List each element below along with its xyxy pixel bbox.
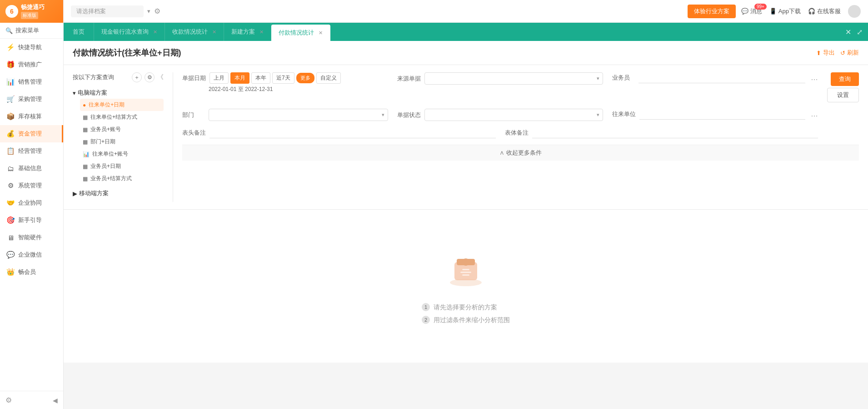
scheme-item-icon-4: ▦ (83, 139, 88, 145)
sidebar-item-guide[interactable]: 🎯 新手引导 (0, 212, 63, 229)
date-btn-this-year[interactable]: 本年 (251, 72, 270, 84)
tip-num-1: 1 (422, 303, 430, 311)
sidebar-item-inventory[interactable]: 📦 库存核算 (0, 108, 63, 125)
guide-icon: 🎯 (6, 216, 15, 224)
tip-text-2: 用过滤条件来缩小分析范围 (434, 313, 510, 326)
sidebar-search[interactable]: 🔍 搜索菜单 (0, 23, 63, 39)
online-service-action[interactable]: 🎧 在线客服 (808, 7, 841, 15)
tab-cash-flow-close[interactable]: ✕ (153, 29, 157, 35)
empty-tips: 1 请先选择要分析的方案 2 用过滤条件来缩小分析范围 (422, 301, 510, 326)
source-select[interactable] (424, 72, 603, 85)
header-note-input[interactable] (210, 127, 496, 138)
staff-dots-icon[interactable]: … (811, 74, 818, 82)
footer-collapse-icon[interactable]: ◀ (53, 397, 58, 404)
tab-receipt-stats[interactable]: 收款情况统计 ✕ (165, 23, 224, 41)
scheme-item-staff-date[interactable]: ▦ 业务员+日期 (80, 160, 164, 172)
service-icon: 🎧 (808, 8, 815, 15)
scheme-item-staff-settle[interactable]: ▦ 业务员+结算方式 (80, 172, 164, 185)
sidebar-item-operation[interactable]: 📋 经营管理 (0, 142, 63, 160)
sidebar-item-label: 快捷导航 (18, 43, 42, 51)
date-btn-last-7[interactable]: 近7天 (272, 72, 294, 84)
body-note-input[interactable] (532, 127, 818, 138)
sidebar-item-hardware[interactable]: 🖥 智能硬件 (0, 229, 63, 246)
settings-gear-icon[interactable]: ⚙ (154, 7, 160, 15)
dropdown-arrow-icon: ▾ (147, 8, 150, 15)
sidebar-item-weixin[interactable]: 💬 企业微信 (0, 246, 63, 263)
partner-input[interactable] (639, 109, 805, 120)
sidebar-item-basic[interactable]: 🗂 基础信息 (0, 160, 63, 177)
scheme-item-active-icon: ● (83, 102, 86, 108)
dept-label: 部门 (182, 111, 205, 119)
sidebar-item-system[interactable]: ⚙ 系统管理 (0, 177, 63, 194)
user-avatar[interactable] (848, 5, 861, 18)
doc-status-select[interactable] (424, 109, 603, 121)
footer-settings-icon[interactable]: ⚙ (5, 396, 12, 404)
sidebar-item-member[interactable]: 👑 畅会员 (0, 263, 63, 281)
logo-icon: 6 (5, 5, 18, 18)
date-label: 单据日期 (182, 74, 206, 82)
scheme-item-dept-date[interactable]: ▦ 部门+日期 (80, 136, 164, 148)
tab-expand-icon[interactable]: ⤢ (857, 28, 863, 36)
filter-group-source: 来源单据 (397, 72, 603, 85)
sidebar-item-capital[interactable]: 💰 资金管理 (0, 125, 63, 142)
empty-tip-2: 2 用过滤条件来缩小分析范围 (422, 313, 510, 326)
tab-new-scheme[interactable]: 新建方案 ✕ (224, 23, 271, 41)
sidebar-item-shortcut[interactable]: ⚡ 快捷导航 (0, 39, 63, 56)
scheme-group-mobile-title[interactable]: ▶ 移动端方案 (73, 187, 164, 199)
panel-divider (173, 72, 173, 202)
date-btn-more[interactable]: 更多 (296, 73, 314, 83)
date-btn-custom[interactable]: 自定义 (316, 72, 341, 84)
tab-payment-stats-label: 付款情况统计 (279, 29, 314, 37)
purchase-icon: 🛒 (6, 95, 15, 103)
date-btn-last-month[interactable]: 上月 (210, 72, 229, 84)
sidebar: 6 畅捷通巧 标准版 🔍 搜索菜单 ⚡ 快捷导航 🎁 营销推广 📊 销售管理 🛒… (0, 0, 64, 409)
tab-payment-stats[interactable]: 付款情况统计 ✕ (271, 25, 330, 41)
user-selector[interactable]: 请选择档案 (71, 5, 144, 17)
scheme-item-icon-3: ▦ (83, 126, 88, 133)
sidebar-item-sales[interactable]: 📊 销售管理 (0, 73, 63, 91)
messages-action[interactable]: 💬 消息 99+ (741, 7, 762, 15)
filter-area: 单据日期 上月 本月 本年 近7天 更多 自定义 2022-01-01 至 20… (182, 72, 859, 202)
topbar-info: 请选择档案 ▾ ⚙ (71, 5, 682, 17)
scheme-item-unit-date[interactable]: ● 往来单位+日期 (80, 99, 164, 111)
manage-scheme-btn[interactable]: ⚙ (145, 72, 155, 82)
sidebar-header: 6 畅捷通巧 标准版 (0, 0, 63, 23)
trial-btn[interactable]: 体验行业方案 (688, 5, 736, 18)
scheme-list-desktop: ● 往来单位+日期 ▦ 往来单位+结算方式 ▦ 业务员+账号 ▦ (73, 99, 164, 185)
group-arrow-icon: ▾ (73, 90, 76, 96)
scheme-item-staff-account[interactable]: ▦ 业务员+账号 (80, 123, 164, 136)
tab-payment-stats-close[interactable]: ✕ (319, 30, 323, 36)
tab-receipt-stats-close[interactable]: ✕ (212, 29, 216, 35)
tab-cash-flow[interactable]: 现金银行流水查询 ✕ (94, 23, 165, 41)
empty-illustration (443, 246, 489, 292)
partner-dots-icon[interactable]: … (811, 110, 818, 118)
group-title-label: 电脑端方案 (78, 89, 107, 97)
sidebar-item-purchase[interactable]: 🛒 采购管理 (0, 91, 63, 108)
svg-rect-6 (462, 274, 469, 276)
sidebar-item-label: 系统管理 (18, 182, 42, 190)
set-btn[interactable]: 设置 (827, 88, 859, 102)
collapse-bar[interactable]: ∧ 收起更多条件 (182, 145, 859, 161)
body-note-label: 表体备注 (505, 129, 529, 137)
page-header-actions: ⬆ 导出 ↺ 刷新 (816, 49, 859, 57)
export-btn[interactable]: ⬆ 导出 (816, 49, 835, 57)
scheme-item-unit-settle[interactable]: ▦ 往来单位+结算方式 (80, 111, 164, 123)
scheme-group-desktop-title[interactable]: ▾ 电脑端方案 (73, 87, 164, 99)
staff-input[interactable] (639, 72, 805, 83)
brand-info: 畅捷通巧 标准版 (21, 4, 45, 19)
scheme-item-unit-account[interactable]: 📊 往来单位+账号 (80, 148, 164, 160)
date-btn-this-month[interactable]: 本月 (230, 72, 249, 84)
app-download-action[interactable]: 📱 App下载 (769, 7, 801, 15)
query-btn[interactable]: 查询 (831, 72, 859, 86)
tab-home[interactable]: 首页 (64, 23, 94, 41)
tab-new-scheme-close[interactable]: ✕ (259, 29, 264, 35)
svg-point-3 (462, 258, 469, 266)
sidebar-item-enterprise[interactable]: 🤝 企业协同 (0, 194, 63, 212)
scheme-collapse-btn[interactable]: 《 (157, 73, 164, 81)
add-scheme-btn[interactable]: ＋ (132, 72, 142, 82)
dept-select[interactable] (209, 109, 388, 121)
sidebar-item-marketing[interactable]: 🎁 营销推广 (0, 56, 63, 73)
tab-close-all-icon[interactable]: ✕ (845, 28, 851, 36)
doc-status-label: 单据状态 (397, 111, 421, 119)
refresh-btn[interactable]: ↺ 刷新 (840, 49, 859, 57)
